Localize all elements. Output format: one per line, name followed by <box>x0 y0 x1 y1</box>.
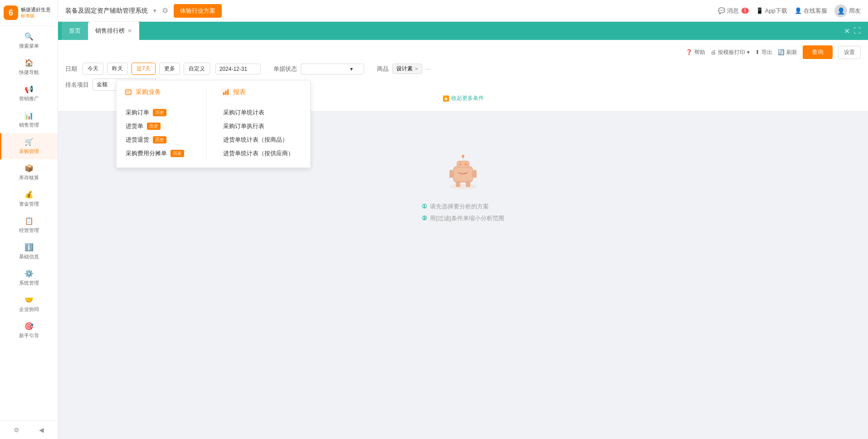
ranking-value: 金额 <box>97 81 107 89</box>
goods-tag-close[interactable]: ✕ <box>414 66 418 71</box>
sidebar-item-purchase-label: 采购管理 <box>19 148 39 155</box>
print-template-btn[interactable]: 🖨 按模板打印 ▾ <box>711 49 750 56</box>
refresh-btn[interactable]: 🔄 刷新 <box>778 49 797 56</box>
sidebar-item-sales-label: 销售管理 <box>19 122 39 128</box>
system-settings-btn[interactable]: ⚙ <box>162 6 168 15</box>
date-range <box>215 64 261 74</box>
industry-btn[interactable]: 体验行业方案 <box>174 4 222 18</box>
app-download-label: App下载 <box>765 7 787 15</box>
dropdown-purchase-order[interactable]: 采购订单 历史 <box>124 106 192 119</box>
sidebar-item-marketing[interactable]: 📢 营销推广 <box>0 80 58 107</box>
message-badge: 5 <box>741 8 749 14</box>
sidebar-item-operations-label: 经营管理 <box>19 227 39 234</box>
svg-point-0 <box>449 184 477 189</box>
dropdown-purchase-expense[interactable]: 采购费用分摊单 历史 <box>124 147 192 160</box>
purchase-expense-history-badge: 历史 <box>171 150 184 157</box>
sidebar-item-basicinfo-label: 基础信息 <box>19 253 39 260</box>
tab-sales-ranking[interactable]: 销售排行榜 ✕ <box>88 22 139 40</box>
newbie-nav-icon: 🎯 <box>24 322 34 330</box>
date-7days-btn[interactable]: 近7天 <box>132 63 156 75</box>
sidebar-collapse-btn[interactable]: ◀ <box>39 426 44 434</box>
logo-text-line1: 畅捷通好生意 <box>21 6 51 13</box>
dropdown-incoming-stats-supplier[interactable]: 进货单统计表（按供应商） <box>221 147 303 160</box>
svg-rect-2 <box>454 167 472 182</box>
export-btn[interactable]: ⬆ 导出 <box>755 49 772 56</box>
svg-point-5 <box>459 163 462 166</box>
purchase-return-label: 进货退货 <box>126 136 149 144</box>
refresh-icon: 🔄 <box>778 49 785 55</box>
tab-home[interactable]: 首页 <box>62 22 88 40</box>
query-btn[interactable]: 查询 <box>803 45 833 59</box>
sidebar-item-purchase[interactable]: 🛒 采购管理 <box>0 133 58 159</box>
purchase-business-col: 采购业务 采购订单 历史 进货单 历史 进货退货 历史 <box>124 88 192 160</box>
tab-maximize-btn[interactable]: ⛶ <box>853 27 861 35</box>
sidebar-item-search[interactable]: 🔍 搜索菜单 <box>0 28 58 54</box>
messages-label: 消息 <box>727 7 739 15</box>
cooperation-nav-icon: 🤝 <box>24 296 34 304</box>
message-icon: 💬 <box>718 7 725 14</box>
sidebar-item-sales[interactable]: 📊 销售管理 <box>0 107 58 133</box>
system-nav-icon: ⚙️ <box>24 269 34 278</box>
app-download-btn[interactable]: 📱 App下载 <box>756 7 787 15</box>
date-quick-options: 今天 昨天 近7天 更多 自定义 <box>83 63 210 75</box>
date-label: 日期 <box>65 65 77 73</box>
header: 装备及固定资产辅助管理系统 ▾ ⚙ 体验行业方案 💬 消息 5 📱 App下载 … <box>58 0 868 22</box>
date-start-input[interactable] <box>215 64 261 74</box>
date-yesterday-btn[interactable]: 昨天 <box>107 63 128 75</box>
purchase-expense-label: 采购费用分摊单 <box>126 149 167 158</box>
active-indicator <box>0 133 1 159</box>
online-service-btn[interactable]: 👤 在线客服 <box>795 7 827 15</box>
sidebar-item-inventory-label: 库存核算 <box>19 174 39 181</box>
date-custom-btn[interactable]: 自定义 <box>184 63 210 75</box>
tab-close-icon[interactable]: ✕ <box>127 28 132 34</box>
goods-dots[interactable]: ··· <box>426 65 431 72</box>
inventory-nav-icon: 📦 <box>24 164 34 173</box>
incoming-history-badge: 历史 <box>147 123 161 130</box>
dropdown-purchase-incoming[interactable]: 进货单 历史 <box>124 119 192 133</box>
sidebar-item-newbie[interactable]: 🎯 新手引导 <box>0 317 58 344</box>
doc-status-dropdown-icon: ▾ <box>350 66 353 72</box>
sidebar-item-operations[interactable]: 📋 经营管理 <box>0 212 58 238</box>
sidebar-item-finance[interactable]: 💰 资金管理 <box>0 186 58 212</box>
sidebar-item-cooperation[interactable]: 🤝 企业协同 <box>0 291 58 317</box>
goods-label: 商品 <box>377 65 389 73</box>
operations-nav-icon: 📋 <box>24 217 34 225</box>
svg-rect-13 <box>126 90 131 94</box>
sidebar-item-inventory[interactable]: 📦 库存核算 <box>0 159 58 186</box>
dropdown-purchase-return[interactable]: 进货退货 历史 <box>124 133 192 147</box>
dropdown-incoming-stats-goods[interactable]: 进货单统计表（按商品） <box>221 133 303 147</box>
online-service-label: 在线客服 <box>804 7 827 15</box>
dropdown-purchase-order-exec[interactable]: 采购订单执行表 <box>221 119 303 133</box>
dropdown-purchase-order-stats[interactable]: 采购订单统计表 <box>221 106 303 119</box>
collapse-label: 收起更多条件 <box>451 94 484 102</box>
sales-nav-icon: 📊 <box>24 111 34 120</box>
sidebar-bottom: ⚙ ◀ <box>0 420 58 439</box>
collapse-arrow-icon: 🔼 <box>443 95 449 102</box>
goods-tag-text: 设计素 <box>396 65 413 73</box>
sidebar-settings-btn[interactable]: ⚙ <box>14 426 20 434</box>
date-today-btn[interactable]: 今天 <box>83 63 103 75</box>
export-icon: ⬆ <box>755 49 760 55</box>
sidebar-item-quick-nav[interactable]: 🏠 快捷导航 <box>0 54 58 80</box>
sidebar-item-system[interactable]: ⚙️ 系统管理 <box>0 265 58 291</box>
empty-tip-2: 用[过滤]条件来缩小分析范围 <box>430 212 504 224</box>
date-more-btn[interactable]: 更多 <box>159 63 180 75</box>
sidebar-item-finance-label: 资金管理 <box>19 201 39 207</box>
help-icon: ❓ <box>686 49 692 55</box>
purchase-title-icon <box>125 89 132 96</box>
tab-close-all-btn[interactable]: ✕ <box>844 27 850 35</box>
settings-btn[interactable]: 设置 <box>838 46 861 59</box>
system-dropdown-btn[interactable]: ▾ <box>153 7 156 14</box>
svg-rect-10 <box>473 170 477 178</box>
doc-status-select[interactable]: ▾ <box>301 64 364 74</box>
help-btn[interactable]: ❓ 帮助 <box>686 49 705 56</box>
filter-row-1: 日期 今天 昨天 近7天 更多 自定义 单据状态 <box>65 63 861 75</box>
finance-nav-icon: 💰 <box>24 190 34 199</box>
purchase-order-label: 采购订单 <box>126 109 149 117</box>
sidebar-item-basic-info[interactable]: ℹ️ 基础信息 <box>0 238 58 265</box>
help-label: 帮助 <box>694 49 705 56</box>
search-nav-icon: 🔍 <box>24 32 34 41</box>
user-btn[interactable]: 👤 用友 <box>834 5 861 17</box>
messages-btn[interactable]: 💬 消息 5 <box>718 7 749 15</box>
username-label: 用友 <box>849 7 861 15</box>
